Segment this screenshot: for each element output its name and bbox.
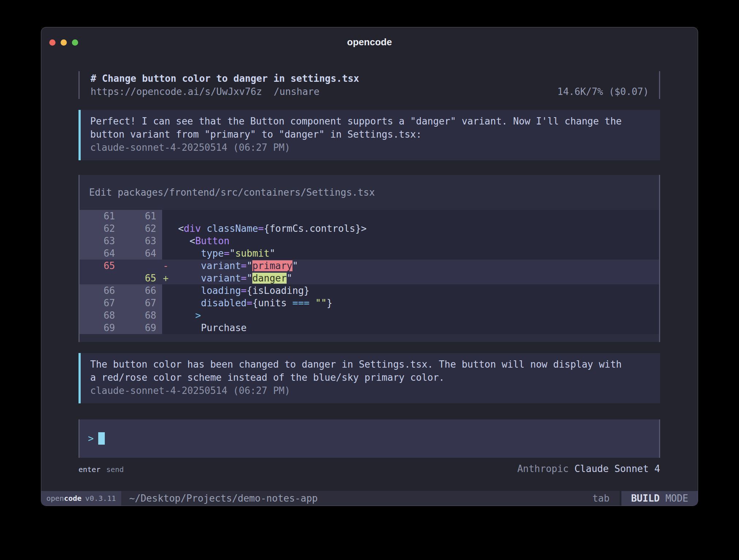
app-name-open: open — [46, 494, 64, 503]
app-version: v0.3.11 — [85, 494, 116, 503]
code-line: loading={isLoading} — [172, 284, 659, 297]
diff-row: 6161 — [80, 210, 659, 222]
diff-row: 65- variant="primary" — [80, 260, 659, 272]
minimize-button[interactable] — [61, 39, 67, 46]
working-directory: ~/Desktop/Projects/demo-notes-app — [121, 491, 326, 506]
new-line-number: 65 — [121, 272, 162, 284]
enter-key-label: enter — [79, 465, 100, 474]
old-line-number: 63 — [80, 235, 121, 247]
edit-tool-card: Edit packages/frontend/src/containers/Se… — [79, 175, 660, 342]
provider-label: Anthropic — [517, 463, 569, 474]
new-line-number: 67 — [121, 297, 162, 309]
model-indicator: Anthropic Claude Sonnet 4 — [517, 462, 660, 475]
unshare-command[interactable]: /unshare — [274, 86, 319, 97]
diff-marker — [162, 284, 172, 297]
close-button[interactable] — [49, 39, 55, 46]
tab-key-hint[interactable]: tab — [592, 491, 620, 506]
titlebar: opencode — [41, 27, 698, 51]
old-line-number: 68 — [80, 309, 121, 322]
prompt-symbol: > — [88, 433, 94, 444]
old-line-number: 62 — [80, 222, 121, 235]
session-title: # Change button color to danger in setti… — [91, 72, 649, 85]
token-cost-stats: 14.6K/7% ($0.07) — [558, 85, 649, 98]
message-line: button variant from "primary" to "danger… — [90, 128, 653, 141]
code-line: <div className={formCs.controls}> — [172, 222, 659, 235]
diff-marker — [162, 297, 172, 309]
new-line-number: 69 — [121, 322, 162, 334]
share-info: https://opencode.ai/s/UwJxv76z/unshare — [91, 85, 319, 98]
window-title: opencode — [347, 37, 392, 48]
code-line: disabled={units === ""} — [172, 297, 659, 309]
old-line-number: 61 — [80, 210, 121, 222]
mode-suffix: MODE — [665, 493, 688, 504]
diff-marker: - — [162, 260, 172, 272]
diff-marker — [162, 309, 172, 322]
old-line-number: 65 — [80, 260, 121, 272]
zoom-button[interactable] — [72, 39, 78, 46]
diff-row: 6767 disabled={units === ""} — [80, 297, 659, 309]
new-line-number: 61 — [121, 210, 162, 222]
session-header: # Change button color to danger in setti… — [79, 71, 660, 99]
edit-tool-title: Edit packages/frontend/src/containers/Se… — [80, 186, 659, 199]
new-line-number: 62 — [121, 222, 162, 235]
new-line-number — [121, 260, 162, 272]
diff-marker: + — [162, 272, 172, 284]
opencode-window: opencode # Change button color to danger… — [41, 27, 698, 506]
new-line-number: 63 — [121, 235, 162, 247]
window-controls — [49, 39, 78, 46]
app-version-segment: opencodev0.3.11 — [41, 491, 121, 506]
hint-bar: enter send Anthropic Claude Sonnet 4 — [79, 462, 660, 476]
diff-row: 6868 > — [80, 309, 659, 322]
model-label: Claude Sonnet 4 — [574, 463, 660, 474]
enter-action-label: send — [106, 465, 124, 474]
code-line: variant="danger" — [172, 272, 659, 284]
session-view: # Change button color to danger in setti… — [41, 71, 698, 476]
code-line: <Button — [172, 235, 659, 247]
old-line-number: 67 — [80, 297, 121, 309]
diff-row: 65+ variant="danger" — [80, 272, 659, 284]
diff-marker — [162, 210, 172, 222]
diff-row: 6969 Purchase — [80, 322, 659, 334]
message-line: Perfect! I can see that the Button compo… — [90, 115, 653, 128]
old-line-number: 66 — [80, 284, 121, 297]
new-line-number: 68 — [121, 309, 162, 322]
old-line-number: 69 — [80, 322, 121, 334]
diff-marker — [162, 322, 172, 334]
enter-hint: enter send — [79, 462, 124, 476]
model-timestamp: claude-sonnet-4-20250514 (06:27 PM) — [90, 384, 653, 397]
old-line-number: 64 — [80, 247, 121, 260]
diff-row: 6262 <div className={formCs.controls}> — [80, 222, 659, 235]
diff-marker — [162, 235, 172, 247]
assistant-message: The button color has been changed to dan… — [79, 353, 660, 403]
session-subheader: https://opencode.ai/s/UwJxv76z/unshare 1… — [91, 85, 649, 98]
code-line: variant="primary" — [172, 260, 659, 272]
diff-row: 6666 loading={isLoading} — [80, 284, 659, 297]
code-line: Purchase — [172, 322, 659, 334]
diff-row: 6363 <Button — [80, 235, 659, 247]
new-line-number: 64 — [121, 247, 162, 260]
text-cursor — [98, 432, 105, 445]
diff-marker — [162, 222, 172, 235]
old-line-number — [80, 272, 121, 284]
assistant-message: Perfect! I can see that the Button compo… — [79, 110, 660, 160]
code-line: type="submit" — [172, 247, 659, 260]
mode-name: BUILD — [631, 493, 659, 504]
message-line: a red/rose color scheme instead of the b… — [90, 371, 653, 384]
code-line — [172, 210, 659, 222]
app-name-code: code — [64, 494, 81, 503]
model-timestamp: claude-sonnet-4-20250514 (06:27 PM) — [90, 141, 653, 154]
diff-table: 61616262 <div className={formCs.controls… — [80, 210, 659, 334]
new-line-number: 66 — [121, 284, 162, 297]
diff-marker — [162, 247, 172, 260]
prompt-input[interactable]: > — [79, 419, 660, 458]
message-line: The button color has been changed to dan… — [90, 358, 653, 371]
status-bar: opencodev0.3.11 ~/Desktop/Projects/demo-… — [41, 491, 698, 506]
diff-row: 6464 type="submit" — [80, 247, 659, 260]
status-spacer — [326, 491, 592, 506]
mode-segment[interactable]: BUILD MODE — [621, 491, 698, 506]
code-line: > — [172, 309, 659, 322]
share-url[interactable]: https://opencode.ai/s/UwJxv76z — [91, 86, 262, 97]
